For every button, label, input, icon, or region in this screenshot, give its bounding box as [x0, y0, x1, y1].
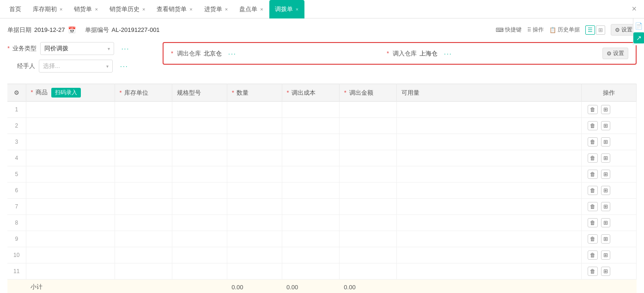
copy-row-button[interactable]: ⊞ — [601, 234, 610, 244]
row-available[interactable] — [397, 263, 582, 280]
tab-transfer-close[interactable]: × — [296, 6, 298, 12]
tab-sales-history[interactable]: 销货单历史 × — [104, 0, 151, 18]
row-product[interactable] — [26, 134, 115, 150]
row-cost[interactable] — [282, 150, 339, 166]
row-quantity[interactable] — [227, 134, 282, 150]
row-spec[interactable] — [172, 231, 227, 247]
tab-inventory-init[interactable]: 库存期初 × — [27, 0, 68, 18]
sidebar-export-icon[interactable]: ↗ — [633, 32, 644, 43]
row-cost[interactable] — [282, 231, 339, 247]
row-unit[interactable] — [115, 183, 172, 199]
copy-row-button[interactable]: ⊞ — [601, 202, 610, 211]
delete-row-button[interactable]: 🗑 — [588, 218, 598, 227]
row-available[interactable] — [397, 118, 582, 134]
operation-action[interactable]: ⠿ 操作 — [527, 26, 544, 34]
delete-row-button[interactable]: 🗑 — [588, 234, 598, 244]
row-product[interactable] — [26, 166, 115, 183]
row-amount[interactable] — [339, 183, 396, 199]
row-spec[interactable] — [172, 102, 227, 118]
row-unit[interactable] — [115, 166, 172, 183]
row-quantity[interactable] — [227, 215, 282, 231]
tab-view-sales-close[interactable]: × — [189, 6, 192, 12]
row-spec[interactable] — [172, 166, 227, 183]
row-quantity[interactable] — [227, 150, 282, 166]
row-unit[interactable] — [115, 231, 172, 247]
row-quantity[interactable] — [227, 247, 282, 263]
row-amount[interactable] — [339, 215, 396, 231]
row-unit[interactable] — [115, 102, 172, 118]
business-type-select[interactable]: 同价调拨 ▾ — [40, 42, 114, 55]
row-amount[interactable] — [339, 166, 396, 183]
tab-purchase-close[interactable]: × — [225, 6, 228, 12]
copy-row-button[interactable]: ⊞ — [601, 153, 610, 163]
copy-row-button[interactable]: ⊞ — [601, 250, 610, 260]
row-spec[interactable] — [172, 247, 227, 263]
copy-row-button[interactable]: ⊞ — [601, 121, 610, 130]
business-type-more[interactable]: ··· — [122, 45, 130, 52]
row-available[interactable] — [397, 134, 582, 150]
copy-row-button[interactable]: ⊞ — [601, 105, 610, 114]
row-cost[interactable] — [282, 166, 339, 183]
row-spec[interactable] — [172, 134, 227, 150]
history-action[interactable]: 📋 历史单据 — [549, 26, 580, 34]
row-cost[interactable] — [282, 134, 339, 150]
row-unit[interactable] — [115, 215, 172, 231]
row-amount[interactable] — [339, 263, 396, 280]
delete-row-button[interactable]: 🗑 — [588, 105, 598, 114]
row-cost[interactable] — [282, 215, 339, 231]
row-available[interactable] — [397, 247, 582, 263]
row-spec[interactable] — [172, 183, 227, 199]
tab-sales-order-close[interactable]: × — [95, 6, 97, 12]
row-cost[interactable] — [282, 199, 339, 215]
row-available[interactable] — [397, 231, 582, 247]
view-list-icon[interactable]: ☰ — [585, 25, 595, 35]
row-product[interactable] — [26, 231, 115, 247]
row-product[interactable] — [26, 247, 115, 263]
tab-transfer[interactable]: 调拨单 × — [269, 0, 304, 18]
row-unit[interactable] — [115, 247, 172, 263]
row-product[interactable] — [26, 118, 115, 134]
tab-home[interactable]: 首页 — [4, 0, 27, 18]
row-cost[interactable] — [282, 263, 339, 280]
tab-purchase[interactable]: 进货单 × — [199, 0, 234, 18]
row-quantity[interactable] — [227, 166, 282, 183]
row-product[interactable] — [26, 263, 115, 280]
row-available[interactable] — [397, 215, 582, 231]
row-cost[interactable] — [282, 247, 339, 263]
delete-row-button[interactable]: 🗑 — [588, 250, 598, 260]
row-cost[interactable] — [282, 102, 339, 118]
row-product[interactable] — [26, 215, 115, 231]
warehouse-settings-button[interactable]: ⚙ 设置 — [602, 48, 628, 59]
row-quantity[interactable] — [227, 231, 282, 247]
row-quantity[interactable] — [227, 199, 282, 215]
sidebar-doc-icon[interactable]: 📄 — [633, 20, 644, 31]
row-amount[interactable] — [339, 118, 396, 134]
scan-button[interactable]: 扫码录入 — [51, 88, 81, 98]
copy-row-button[interactable]: ⊞ — [601, 267, 610, 276]
th-settings[interactable]: ⚙ — [7, 84, 26, 102]
row-product[interactable] — [26, 183, 115, 199]
row-quantity[interactable] — [227, 102, 282, 118]
row-cost[interactable] — [282, 183, 339, 199]
row-amount[interactable] — [339, 102, 396, 118]
row-product[interactable] — [26, 102, 115, 118]
delete-row-button[interactable]: 🗑 — [588, 137, 598, 146]
in-warehouse-more[interactable]: ··· — [444, 50, 452, 57]
row-amount[interactable] — [339, 134, 396, 150]
row-cost[interactable] — [282, 118, 339, 134]
row-available[interactable] — [397, 150, 582, 166]
delete-row-button[interactable]: 🗑 — [588, 267, 598, 276]
row-quantity[interactable] — [227, 263, 282, 280]
delete-row-button[interactable]: 🗑 — [588, 121, 598, 130]
calendar-icon[interactable]: 📅 — [68, 26, 76, 34]
copy-row-button[interactable]: ⊞ — [601, 137, 610, 146]
delete-row-button[interactable]: 🗑 — [588, 202, 598, 211]
tab-inventory-init-close[interactable]: × — [60, 6, 62, 12]
handler-more[interactable]: ··· — [120, 62, 128, 70]
row-amount[interactable] — [339, 150, 396, 166]
tab-stocktake-close[interactable]: × — [260, 6, 263, 12]
tab-bar-close-all[interactable]: × — [628, 4, 640, 14]
handler-select[interactable]: 选择... ▾ — [39, 60, 113, 73]
row-product[interactable] — [26, 150, 115, 166]
row-quantity[interactable] — [227, 118, 282, 134]
